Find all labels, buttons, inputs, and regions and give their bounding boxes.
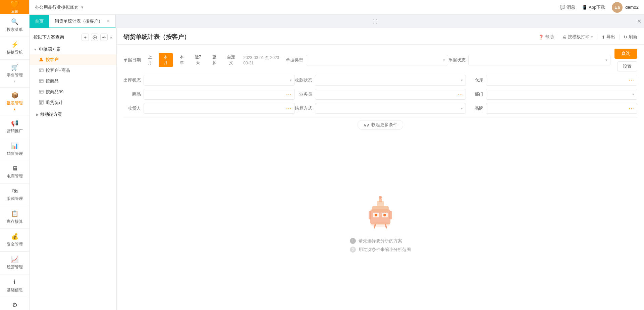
sidebar-logo[interactable]: 🧡 标账 [0, 0, 30, 14]
tab-sales-stat[interactable]: 销货单统计表（按客户） ✕ [49, 15, 116, 28]
salesperson-select[interactable]: ··· [315, 89, 466, 100]
sidebar-item-wholesale[interactable]: 📦 批发管理 ▲ [0, 88, 30, 115]
sidebar-item-quick-nav[interactable]: ⚡ 快捷导航 [0, 37, 30, 60]
date-btn-custom[interactable]: 自定义 [223, 53, 239, 67]
empty-state: 1 请先选择要分析的方案 2 用过滤条件来缩小分析范围 [117, 134, 644, 310]
collapse-up-icon: ∧∧ [363, 122, 370, 127]
product-select[interactable]: ··· [144, 89, 295, 100]
sidebar-item-operations[interactable]: 📈 经营管理 [0, 252, 30, 274]
date-btn-this-year[interactable]: 本年 [175, 53, 188, 67]
doc-status-label: 单据状态 [448, 57, 468, 63]
svg-point-3 [103, 37, 105, 38]
sidebar: 🧡 标账 🔍 搜索菜单 ⚡ 快捷导航 🛒 零售管理 ▼ 📦 批发管理 ▲ 📢 营… [0, 0, 30, 310]
tab-home[interactable]: 首页 [30, 15, 49, 28]
sidebar-item-label: 采购管理 [7, 196, 23, 202]
page-actions: ❓ 帮助 🖨 按模板打印 ▾ ⬆ 导出 [538, 34, 637, 40]
scheme-item-by-product-99[interactable]: 按商品99 [30, 87, 116, 97]
svg-rect-24 [369, 211, 371, 219]
scheme-settings-btn[interactable] [100, 34, 108, 41]
product-label: 商品 [123, 91, 144, 97]
sales-icon: 📊 [11, 142, 18, 150]
settlement-select[interactable]: ▾ [315, 103, 466, 114]
sidebar-item-search[interactable]: 🔍 搜索菜单 [0, 14, 30, 37]
app-download-label: App下载 [589, 4, 605, 10]
print-chevron-icon: ▾ [591, 35, 593, 39]
scheme-edit-btn[interactable] [91, 34, 98, 41]
scheme-group-header-desktop[interactable]: ▼ 电脑端方案 [30, 44, 116, 54]
brand-label: 品牌 [466, 105, 486, 111]
header-dropdown-icon[interactable]: ▾ [81, 5, 84, 10]
payment-status-arrow: ▾ [461, 78, 463, 83]
sidebar-item-system[interactable]: ⚙ 系统管理 [0, 297, 30, 310]
export-btn[interactable]: ⬆ 导出 [601, 34, 615, 40]
purchase-icon: 🛍 [12, 188, 18, 195]
wholesale-icon: 📦 [11, 92, 18, 99]
payment-status-select[interactable]: ▾ [315, 75, 466, 86]
sidebar-item-sales[interactable]: 📊 销售管理 [0, 138, 30, 161]
recipient-select[interactable]: ··· [144, 103, 295, 114]
scheme-item-return-stat-label: 退货统计 [46, 100, 63, 106]
filter-doc-status-section: 单据状态 ▾ [448, 55, 610, 65]
sidebar-item-basic-info[interactable]: ℹ 基础信息 [0, 274, 30, 297]
user-profile[interactable]: Ea demo2 [612, 2, 639, 13]
desktop-group-arrow: ▼ [34, 48, 37, 51]
user-avatar: Ea [612, 2, 623, 13]
dept-select[interactable]: ▾ [486, 89, 637, 100]
settings-button[interactable]: 设置 [617, 61, 637, 71]
template-print-btn[interactable]: 🖨 按模板打印 ▾ [562, 34, 593, 40]
scheme-collapse-btn[interactable]: « [110, 35, 112, 40]
collapse-more-btn[interactable]: ∧∧ 收起更多条件 [358, 120, 403, 130]
svg-rect-14 [39, 100, 43, 104]
scheme-group-header-mobile[interactable]: ▶ 移动端方案 [30, 109, 116, 119]
sidebar-item-finance[interactable]: 💰 资金管理 [0, 229, 30, 252]
scheme-item-return-stat[interactable]: 退货统计 [30, 97, 116, 108]
maximize-icon: ⛶ [373, 19, 377, 24]
date-btn-last-month[interactable]: 上月 [144, 53, 156, 67]
salesperson-label: 业务员 [295, 91, 315, 97]
app-download-btn[interactable]: 📱 App下载 [582, 4, 605, 10]
sidebar-item-marketing[interactable]: 📢 营销推广 [0, 115, 30, 138]
mobile-group-label: 移动端方案 [40, 111, 62, 117]
sidebar-item-label: 库存核算 [7, 219, 23, 224]
window-close-icon: ✕ [637, 18, 641, 24]
doc-type-select[interactable]: ▾ [306, 55, 448, 65]
brand-select[interactable]: ··· [486, 103, 637, 114]
message-btn[interactable]: 💬 消息 [560, 4, 575, 10]
scheme-add-btn[interactable]: + [82, 34, 89, 41]
doc-status-select[interactable]: ▾ [468, 55, 610, 65]
scheme-item-by-customer-product[interactable]: 按客户+商品 [30, 65, 116, 76]
date-btn-more[interactable]: 更多 [208, 53, 220, 67]
sidebar-item-ecommerce[interactable]: 🖥 电商管理 [0, 161, 30, 184]
scheme-item-by-product-99-label: 按商品99 [46, 89, 63, 95]
help-btn[interactable]: ❓ 帮助 [538, 34, 554, 40]
sidebar-item-label: 营销推广 [7, 128, 23, 134]
query-button[interactable]: 查询 [614, 49, 637, 59]
warehouse-dots: ··· [629, 77, 634, 83]
basic-info-icon: ℹ [13, 278, 16, 286]
filter-row-2: 出库状态 ▾ 收款状态 ▾ 仓库 [123, 75, 637, 86]
tab-maximize-btn[interactable]: ⛶ [370, 19, 380, 24]
sidebar-item-retail[interactable]: 🛒 零售管理 ▼ [0, 60, 30, 88]
sidebar-item-purchase[interactable]: 🛍 采购管理 [0, 184, 30, 206]
date-range-display: 2023-03-01 至 2023-03-31 [244, 55, 286, 65]
refresh-btn[interactable]: ↻ 刷新 [624, 34, 637, 40]
scheme-item-by-customer[interactable]: 按客户 [30, 54, 116, 65]
doc-type-label: 单据类型 [286, 57, 306, 63]
sidebar-item-label: 批发管理 [7, 100, 23, 106]
warehouse-select[interactable]: ··· [486, 75, 637, 86]
header-right: 💬 消息 📱 App下载 Ea demo2 [560, 2, 639, 13]
tab-close-icon[interactable]: ✕ [107, 19, 110, 23]
sidebar-item-inventory[interactable]: 📋 库存核算 [0, 206, 30, 229]
finance-icon: 💰 [11, 233, 18, 240]
salesperson-dots: ··· [458, 91, 463, 97]
date-btn-last-7-days[interactable]: 近7天 [191, 53, 205, 67]
dept-label: 部门 [466, 91, 486, 97]
date-btn-this-month[interactable]: 本月 [159, 53, 172, 67]
user-name: demo2 [625, 5, 639, 10]
page-content: 销货单统计表（按客户） ❓ 帮助 🖨 按模板打印 ▾ ⬆ [117, 28, 644, 310]
out-status-select[interactable]: ▾ [144, 75, 295, 86]
main-area: 办公用品行业模拟账套 ▾ 💬 消息 📱 App下载 Ea demo2 首页 [30, 0, 644, 310]
scheme-item-by-product[interactable]: 按商品 [30, 76, 116, 87]
payment-status-label: 收款状态 [295, 77, 315, 83]
window-close-btn[interactable]: ✕ [637, 18, 641, 24]
